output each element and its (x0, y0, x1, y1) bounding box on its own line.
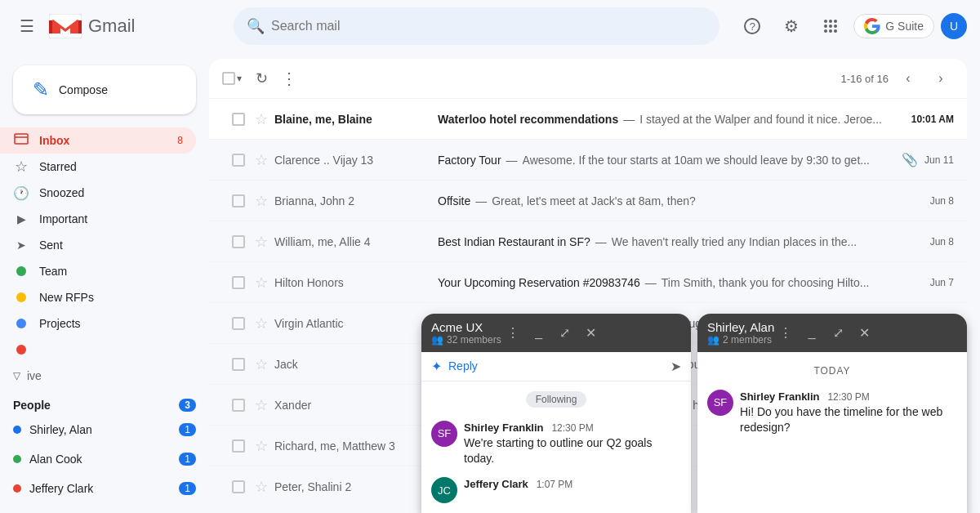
compose-button[interactable]: ✎ Compose (13, 65, 196, 114)
email-subject: Factory Tour (438, 154, 501, 167)
sidebar-item-more[interactable] (0, 337, 196, 363)
more-options-button[interactable]: ⋮ (281, 69, 297, 88)
person-item-alan-cook[interactable]: Alan Cook 1 (0, 444, 209, 474)
star-icon[interactable]: ☆ (255, 396, 268, 414)
star-icon[interactable]: ☆ (255, 274, 268, 292)
search-input[interactable] (271, 19, 706, 33)
sidebar-item-projects[interactable]: Projects (0, 310, 196, 337)
chat-more-button-shirley[interactable]: ⋮ (774, 321, 797, 344)
topbar-right: ? ⚙ G Suite U (736, 10, 967, 42)
star-icon[interactable]: ☆ (255, 110, 268, 128)
person-item-jeffery-clark[interactable]: Jeffery Clark 1 (0, 474, 209, 503)
important-icon: ▶ (13, 212, 29, 225)
star-icon[interactable]: ☆ (255, 478, 268, 496)
gsuite-badge: G Suite (853, 14, 934, 38)
google-g-icon (864, 18, 880, 34)
svg-point-10 (829, 29, 832, 33)
email-checkbox-container (222, 439, 255, 453)
chat-close-button-shirley[interactable]: ✕ (853, 321, 875, 344)
email-sender: Brianna, John 2 (274, 194, 438, 207)
chat-expand-button-shirley[interactable]: ⤢ (826, 321, 849, 344)
email-row[interactable]: ☆ Blaine, me, Blaine Waterloo hotel reco… (209, 99, 967, 140)
email-checkbox[interactable] (232, 358, 245, 371)
email-snippet: We haven't really tried any Indian place… (612, 235, 857, 248)
email-checkbox[interactable] (232, 439, 245, 453)
email-row[interactable]: ☆ William, me, Allie 4 Best Indian Resta… (209, 221, 967, 262)
email-time: Jun 8 (930, 195, 954, 207)
svg-rect-1 (49, 20, 52, 33)
email-checkbox[interactable] (232, 317, 245, 330)
email-row[interactable]: ☆ Hilton Honors Your Upcoming Reservatio… (209, 262, 967, 303)
chat-header-acme[interactable]: Acme UX 👥 32 members ⋮ _ ⤢ ✕ (421, 314, 691, 352)
person-item-shirley-alan[interactable]: Shirley, Alan 1 (0, 415, 209, 444)
sidebar-item-important[interactable]: ▶ Important (0, 206, 196, 232)
people-section-header: People 3 (0, 395, 209, 415)
search-icon: 🔍 (247, 17, 265, 35)
star-icon[interactable]: ☆ (255, 314, 268, 332)
select-all-control[interactable]: ▾ (222, 72, 242, 85)
search-bar[interactable]: 🔍 (234, 7, 719, 45)
email-dash: — (645, 276, 657, 289)
star-icon[interactable]: ☆ (255, 355, 268, 373)
people-section: People 3 Shirley, Alan 1 Alan Cook 1 Jef… (0, 389, 209, 513)
chat-expand-button-acme[interactable]: ⤢ (554, 321, 577, 344)
star-icon[interactable]: ☆ (255, 151, 268, 169)
star-icon[interactable]: ☆ (255, 192, 268, 210)
chat-reply-row-acme[interactable]: ✦ Reply ➤ (421, 352, 691, 381)
snoozed-icon: 🕐 (13, 185, 29, 201)
email-content: Best Indian Restaurant in SF? —We haven'… (438, 235, 930, 248)
email-checkbox[interactable] (232, 194, 245, 207)
select-dropdown-icon[interactable]: ▾ (237, 73, 242, 84)
settings-button[interactable]: ⚙ (775, 10, 808, 42)
star-icon[interactable]: ☆ (255, 233, 268, 251)
email-dash: — (595, 235, 607, 248)
sidebar-item-new-rfps[interactable]: New RFPs (0, 284, 196, 310)
chat-more-button-acme[interactable]: ⋮ (501, 321, 524, 344)
email-time: 10:01 AM (911, 114, 954, 125)
refresh-button[interactable]: ↻ (248, 65, 274, 91)
email-sender: Clarence .. Vijay 13 (274, 154, 438, 167)
email-row[interactable]: ☆ Clarence .. Vijay 13 Factory Tour —Awe… (209, 140, 967, 181)
menu-icon[interactable]: ☰ (13, 10, 41, 42)
email-checkbox[interactable] (232, 154, 245, 167)
chat-minimize-button-shirley[interactable]: _ (800, 321, 823, 344)
email-time: Jun 11 (924, 154, 954, 166)
sidebar-item-starred[interactable]: ☆ Starred (0, 154, 196, 180)
chat-close-button-acme[interactable]: ✕ (580, 321, 603, 344)
apps-button[interactable] (814, 10, 847, 42)
person-badge-shirley: 1 (179, 423, 196, 436)
chat-header-shirley[interactable]: Shirley, Alan 👥 2 members ⋮ _ ⤢ ✕ (697, 314, 967, 352)
email-checkbox[interactable] (232, 399, 245, 412)
email-checkbox[interactable] (232, 113, 245, 126)
sidebar-item-inbox[interactable]: Inbox 8 (0, 127, 196, 154)
email-row[interactable]: ☆ Brianna, John 2 Offsite —Great, let's … (209, 181, 967, 221)
person-item-carrie-parker[interactable]: Carrie Parker (0, 503, 209, 513)
user-avatar[interactable]: U (941, 13, 967, 39)
chat-title-acme: Acme UX (431, 320, 501, 334)
svg-point-4 (829, 20, 832, 23)
prev-page-button[interactable]: ‹ (895, 65, 921, 91)
email-toolbar: ▾ ↻ ⋮ 1-16 of 16 ‹ › (209, 59, 967, 99)
sidebar-item-archive[interactable]: ▽ ive (0, 363, 196, 389)
chat-minimize-button-acme[interactable]: _ (528, 321, 550, 344)
sidebar-item-team[interactable]: Team (0, 258, 196, 284)
email-checkbox-container (222, 276, 255, 289)
star-icon[interactable]: ☆ (255, 437, 268, 455)
select-all-checkbox[interactable] (222, 72, 235, 85)
email-checkbox[interactable] (232, 480, 245, 493)
apps-grid-icon (822, 18, 839, 34)
help-button[interactable]: ? (736, 10, 768, 42)
chat-date-divider: TODAY (707, 365, 957, 377)
sidebar-item-snoozed[interactable]: 🕐 Snoozed (0, 180, 196, 206)
svg-point-11 (834, 29, 837, 33)
person-badge-jeffery: 1 (179, 482, 196, 495)
chat-reply-label: Reply (448, 359, 478, 372)
email-dash: — (623, 113, 635, 126)
email-checkbox[interactable] (232, 276, 245, 289)
email-checkbox[interactable] (232, 235, 245, 248)
sidebar-item-sent[interactable]: ➤ Sent (0, 232, 196, 258)
following-badge: Following (526, 391, 587, 408)
next-page-button[interactable]: › (928, 65, 954, 91)
chat-msg-body-shirley: Shirley Franklin 12:30 PM We're starting… (464, 421, 681, 467)
email-subject: Best Indian Restaurant in SF? (438, 235, 590, 248)
